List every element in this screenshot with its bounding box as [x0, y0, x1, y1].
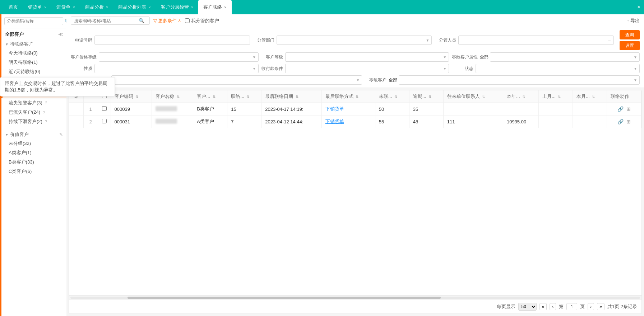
col-thisyear-header[interactable]: 本年... ⇅: [503, 90, 538, 103]
row1-checkbox[interactable]: [102, 106, 107, 111]
sidebar-item-a-class[interactable]: A类客户(1): [1, 148, 66, 157]
gender-select[interactable]: ▼: [94, 64, 259, 73]
row1-name-cell[interactable]: [152, 103, 193, 115]
nav-customer-tier[interactable]: 客户分层经营 ×: [156, 0, 198, 14]
sidebar-item-c-class[interactable]: C类客户(6): [1, 167, 66, 176]
col-lastdate-header[interactable]: 最后联络日期 ⇅: [261, 90, 321, 103]
settings-button[interactable]: 设置: [620, 41, 640, 50]
col-contactperson-header[interactable]: 往来单位联系人 ⇅: [443, 90, 503, 103]
sidebar-pending-group[interactable]: ▼ 待联络客户: [1, 39, 66, 48]
scrollbar-thumb[interactable]: [128, 297, 441, 299]
dept-select[interactable]: ▼: [277, 36, 432, 45]
price-grade-select[interactable]: ▼: [99, 52, 259, 62]
status-select[interactable]: ▼: [476, 64, 640, 73]
sidebar-item-7days[interactable]: 近7天待联络(0): [1, 67, 66, 76]
sidebar-value-customer-group[interactable]: ▼ 价值客户 ✎: [1, 129, 66, 139]
nav-product-list-close[interactable]: ×: [148, 5, 150, 9]
row2-link-action-icon[interactable]: 🔗: [617, 119, 624, 124]
row2-code-cell[interactable]: 000031: [111, 115, 152, 128]
query-button[interactable]: 查询: [620, 30, 640, 39]
payment-select[interactable]: ▼: [285, 64, 449, 73]
sidebar-collapse-icon[interactable]: ≪: [58, 32, 63, 37]
page-size-select[interactable]: 50 100 200: [518, 303, 537, 311]
filter-icon: ▽: [153, 18, 157, 23]
customer-type-select[interactable]: ▼: [111, 75, 362, 85]
col-contact-header[interactable]: 联络... ⇅: [227, 90, 261, 103]
nav-home[interactable]: 首页: [4, 0, 23, 14]
thismonth-sort-icon: ⇅: [592, 95, 595, 99]
nav-product-analysis[interactable]: 商品分析 ×: [80, 0, 113, 14]
page-number-input[interactable]: [566, 303, 577, 310]
row2-action-cell: 🔗 ⊞: [607, 115, 641, 128]
horizontal-scrollbar[interactable]: [69, 295, 641, 300]
col-code-header[interactable]: 客户编码 ⇅: [111, 90, 152, 103]
value-customer-edit-icon[interactable]: ✎: [59, 132, 63, 137]
sidebar-item-lost-warning[interactable]: 流失预警客户(3) ?: [1, 98, 66, 108]
filter-search-icon[interactable]: 🔍: [139, 18, 144, 23]
row2-lastmethod-cell[interactable]: 下销货单: [321, 115, 375, 128]
retail-customer-select[interactable]: ▼: [399, 75, 640, 85]
sidebar-item-declining[interactable]: 持续下滑客户(2) ?: [1, 117, 66, 126]
row1-name-blur: [156, 106, 177, 111]
last-page-button[interactable]: »: [597, 303, 604, 310]
nav-purchase-close[interactable]: ×: [73, 5, 75, 9]
nav-customer-tier-close[interactable]: ×: [191, 5, 193, 9]
nav-product-analysis-close[interactable]: ×: [106, 5, 108, 9]
export-button[interactable]: ↑ 导出: [627, 18, 640, 24]
retail-attr-select[interactable]: ▼: [490, 52, 640, 62]
scrollbar-track[interactable]: [70, 297, 640, 299]
filter-search-box: 🔍: [71, 16, 150, 25]
row1-check-cell[interactable]: [98, 103, 111, 115]
retail-customer-field: 零散客户 全部 ▼: [365, 75, 640, 85]
row2-checkbox[interactable]: [102, 119, 107, 123]
nav-customer-contact[interactable]: 客户联络 ×: [198, 0, 231, 14]
person-field: 分管人员 ···: [435, 36, 614, 45]
row1-grid-action-icon[interactable]: ⊞: [626, 106, 631, 112]
my-customers-filter[interactable]: 我分管的客户: [185, 18, 219, 24]
col-overdue-header[interactable]: 逾期... ⇅: [409, 90, 443, 103]
value-customer-arrow-icon: ▼: [5, 133, 9, 137]
sidebar-item-today[interactable]: 今天待联络(0): [1, 48, 66, 58]
customer-grade-select[interactable]: ▼: [285, 52, 449, 62]
retail-customer-label: 零散客户: [365, 77, 386, 83]
close-all-tabs[interactable]: ×: [637, 4, 640, 10]
total-records-label: 共1页 2条记录: [607, 303, 637, 310]
sidebar: 🔍 全部客户 ≪ ▼ 待联络客户 今天待联络(0) 明天待联络(1) 近7天待联…: [0, 14, 66, 316]
more-conditions-btn[interactable]: ▽ 更多条件 ∧: [153, 18, 181, 24]
my-customers-checkbox[interactable]: [185, 18, 190, 23]
person-select[interactable]: ···: [458, 36, 614, 45]
sidebar-search-icon[interactable]: 🔍: [65, 19, 66, 24]
nav-customer-contact-close[interactable]: ×: [224, 5, 226, 9]
first-page-button[interactable]: «: [539, 303, 547, 310]
prev-page-button[interactable]: ‹: [550, 303, 556, 310]
nav-product-list[interactable]: 商品分析列表 ×: [113, 0, 156, 14]
all-customers-label: 全部客户: [5, 31, 24, 38]
filter-search-input[interactable]: [74, 18, 139, 23]
row2-name-cell[interactable]: [152, 115, 193, 128]
col-lastmonth-header[interactable]: 上月... ⇅: [538, 90, 573, 103]
phone-input[interactable]: [94, 36, 250, 45]
col-name-header[interactable]: 客户名称 ⇅: [152, 90, 193, 103]
nav-purchase[interactable]: 进货单 ×: [51, 0, 80, 14]
sidebar-item-already-lost[interactable]: 已流失客户(24) ?: [1, 108, 66, 117]
row1-lastmonth-cell: [538, 103, 573, 115]
sidebar-search-input[interactable]: [4, 17, 63, 25]
col-notcontact-header[interactable]: 未联... ⇅: [375, 90, 409, 103]
next-page-button[interactable]: ›: [588, 303, 594, 310]
col-lastmethod-header[interactable]: 最后联络方式 ⇅: [321, 90, 375, 103]
row2-check-cell[interactable]: [98, 115, 111, 128]
col-thismonth-header[interactable]: 本月... ⇅: [573, 90, 607, 103]
sidebar-item-ungroup[interactable]: 未分组(32): [1, 139, 66, 148]
col-type-header[interactable]: 客户... ⇅: [193, 90, 227, 103]
sidebar-item-tomorrow[interactable]: 明天待联络(1): [1, 58, 66, 67]
nav-sales[interactable]: 销货单 ×: [23, 0, 51, 14]
row2-grid-action-icon[interactable]: ⊞: [626, 119, 631, 124]
row1-link-action-icon[interactable]: 🔗: [617, 106, 624, 112]
sidebar-item-b-class[interactable]: B类客户(33): [1, 157, 66, 167]
row2-contactperson-cell: 111: [443, 115, 503, 128]
retail-attr-field: 零散客户属性 全部 ▼: [452, 52, 640, 62]
row1-code-cell[interactable]: 000039: [111, 103, 152, 115]
row1-lastmethod-cell[interactable]: 下销货单: [321, 103, 375, 115]
nav-sales-close[interactable]: ×: [44, 5, 46, 9]
lost-warning-help-icon: ?: [45, 101, 47, 105]
